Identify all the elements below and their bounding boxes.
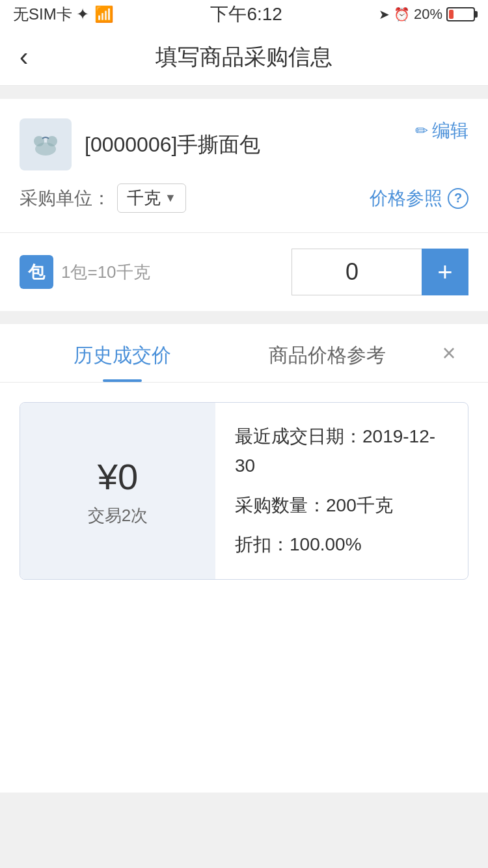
battery-percent: 20% [414,6,442,23]
transaction-price-side: ¥0 交易2次 [20,403,215,579]
detail-recent-date: 最近成交日期：2019-12-30 [235,422,448,481]
detail-discount: 折扣：100.00% [235,530,448,560]
status-right: ➤ ⏰ 20% [379,6,475,23]
nav-bar: ‹ 填写商品采购信息 [0,29,488,86]
status-time: 下午6:12 [210,2,282,27]
quantity-unit-box: 包 [20,255,53,289]
product-unit-row: 采购单位： 千克 ▼ 价格参照 ? [20,183,468,213]
product-logo [20,118,72,170]
page-title: 填写商品采购信息 [156,42,332,72]
product-header: [0000006]手撕面包 ✏ 编辑 [20,118,468,170]
purchase-qty-value: 200千克 [326,495,393,515]
transaction-card: ¥0 交易2次 最近成交日期：2019-12-30 采购数量：200千克 折扣：… [20,402,468,580]
alarm-icon: ⏰ [394,7,410,22]
quantity-input-group: + [291,249,468,295]
tabs-section: 历史成交价 商品价格参考 × ¥0 交易2次 最近成交日期：2019-12-30… [0,324,488,793]
edit-label: 编辑 [432,118,468,143]
tabs-header: 历史成交价 商品价格参考 × [0,324,488,383]
edit-icon: ✏ [415,122,428,140]
unit-select-dropdown[interactable]: 千克 ▼ [117,183,186,213]
price-reference-button[interactable]: 价格参照 ? [370,186,468,211]
quantity-section: 包 1包=10千克 + [0,232,488,311]
discount-value: 100.00% [290,534,362,554]
edit-button[interactable]: ✏ 编辑 [415,118,468,143]
quantity-unit-info: 包 1包=10千克 [20,255,150,289]
transaction-trade-count: 交易2次 [88,504,148,527]
transaction-price-value: ¥0 [98,455,138,498]
tab-history-price[interactable]: 历史成交价 [20,324,224,382]
discount-label: 折扣： [235,534,290,554]
unit-selector-group: 采购单位： 千克 ▼ [20,183,186,213]
help-icon: ? [448,188,468,209]
tab-close-button[interactable]: × [429,334,468,373]
unit-value: 千克 [127,187,161,210]
quantity-input[interactable] [291,249,422,295]
tab-content-area: ¥0 交易2次 最近成交日期：2019-12-30 采购数量：200千克 折扣：… [0,402,488,793]
location-icon: ➤ [379,7,390,22]
section-divider [0,311,488,324]
unit-dropdown-arrow: ▼ [165,191,176,205]
carrier-info: 无SIM卡 ✦ 📶 [13,4,114,25]
product-card: [0000006]手撕面包 ✏ 编辑 采购单位： 千克 ▼ 价格参照 ? [0,99,488,232]
transaction-details-side: 最近成交日期：2019-12-30 采购数量：200千克 折扣：100.00% [215,403,468,579]
recent-date-label: 最近成交日期： [235,426,362,446]
svg-point-2 [35,142,56,156]
price-ref-label: 价格参照 [370,186,442,211]
product-name: [0000006]手撕面包 [85,130,260,159]
battery-icon [446,7,475,21]
purchase-qty-label: 采购数量： [235,495,326,515]
unit-label: 采购单位： [20,186,111,211]
back-button[interactable]: ‹ [13,36,34,78]
quantity-conversion: 1包=10千克 [61,261,150,284]
quantity-plus-button[interactable]: + [422,249,468,295]
status-bar: 无SIM卡 ✦ 📶 下午6:12 ➤ ⏰ 20% [0,0,488,29]
wifi-icon: 📶 [94,5,114,23]
tab-product-price-ref[interactable]: 商品价格参考 [224,324,429,382]
detail-purchase-qty: 采购数量：200千克 [235,491,448,521]
product-info-left: [0000006]手撕面包 [20,118,260,170]
carrier-text: 无SIM卡 ✦ [13,4,89,25]
